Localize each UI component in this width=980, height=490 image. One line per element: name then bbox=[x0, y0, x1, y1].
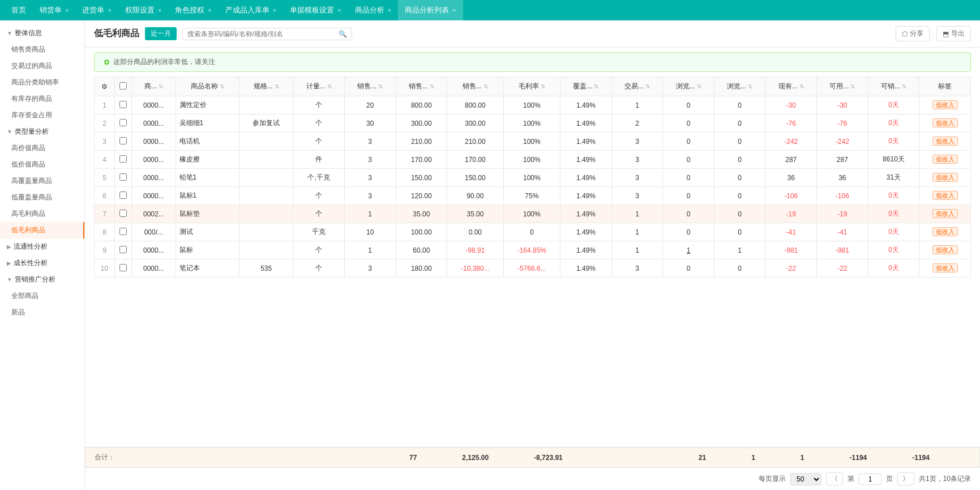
sidebar-item-traded-products[interactable]: 交易过的商品 bbox=[0, 58, 84, 74]
nav-product-analysis[interactable]: 商品分析 × bbox=[348, 0, 398, 20]
sidebar-group-marketing[interactable]: ▼ 营销推广分析 bbox=[0, 271, 84, 288]
nav-product-inbound[interactable]: 产成品入库单 × bbox=[219, 0, 283, 20]
select-all-checkbox[interactable] bbox=[119, 82, 127, 90]
row-code: 0000... bbox=[132, 259, 176, 278]
col-profit[interactable]: 销售...⇅ bbox=[447, 77, 503, 96]
col-code[interactable]: 商...⇅ bbox=[132, 77, 176, 96]
row-name[interactable]: 电话机 bbox=[176, 133, 239, 151]
sidebar-item-stock-capital[interactable]: 库存资金占用 bbox=[0, 107, 84, 123]
row-checkbox[interactable] bbox=[115, 223, 132, 241]
sidebar-item-sales-products[interactable]: 销售类商品 bbox=[0, 41, 84, 58]
sidebar-group-growth[interactable]: ▶ 成长性分析 bbox=[0, 255, 84, 271]
row-views-total[interactable]: 1 bbox=[663, 241, 714, 259]
sidebar-group-flow[interactable]: ▶ 流通性分析 bbox=[0, 238, 84, 255]
row-checkbox[interactable] bbox=[115, 114, 132, 133]
nav-close-icon[interactable]: × bbox=[108, 0, 111, 20]
page-size-select[interactable]: 50 100 bbox=[790, 473, 821, 485]
row-checkbox[interactable] bbox=[115, 241, 132, 259]
nav-close-icon[interactable]: × bbox=[337, 0, 341, 20]
col-avail[interactable]: 可用...⇅ bbox=[817, 77, 868, 96]
col-views-total[interactable]: 浏览...⇅ bbox=[663, 77, 714, 96]
nav-close-icon[interactable]: × bbox=[208, 0, 211, 20]
row-name[interactable]: 测试 bbox=[176, 223, 239, 241]
col-customers[interactable]: 交易...⇅ bbox=[611, 77, 663, 96]
row-tag: 低收入 bbox=[919, 133, 971, 151]
notice-icon: ✿ bbox=[104, 58, 110, 66]
nav-role-auth[interactable]: 角色授权 × bbox=[168, 0, 218, 20]
page-number-input[interactable] bbox=[859, 474, 881, 485]
row-checkbox[interactable] bbox=[115, 133, 132, 151]
export-button[interactable]: ⬒ 导出 bbox=[936, 26, 971, 41]
sidebar-item-high-margin[interactable]: 高毛利商品 bbox=[0, 206, 84, 222]
period-button[interactable]: 近一月 bbox=[145, 27, 177, 40]
row-margin: -164.85% bbox=[503, 241, 560, 259]
data-table-container[interactable]: ⚙ 商...⇅ 商品名称⇅ 规格...⇅ 计量...⇅ bbox=[85, 76, 980, 447]
nav-permission-settings[interactable]: 权限设置 × bbox=[118, 0, 168, 20]
next-page-button[interactable]: 〉 bbox=[897, 472, 914, 485]
nav-purchase-order[interactable]: 进货单 × bbox=[75, 0, 118, 20]
sort-icon: ⇅ bbox=[697, 83, 701, 90]
row-stock: -76 bbox=[765, 114, 817, 133]
row-name[interactable]: 鼠标 bbox=[176, 241, 239, 259]
row-checkbox[interactable] bbox=[115, 96, 132, 114]
nav-close-icon[interactable]: × bbox=[65, 0, 69, 20]
row-checkbox[interactable] bbox=[115, 187, 132, 205]
col-days[interactable]: 可销...⇅ bbox=[868, 77, 919, 96]
row-views-total[interactable]: 0 bbox=[663, 133, 714, 151]
sidebar-group-overall[interactable]: ▼ 整体信息 bbox=[0, 25, 84, 41]
row-views-total[interactable]: 0 bbox=[663, 96, 714, 114]
col-qty[interactable]: 销售...⇅ bbox=[344, 77, 396, 96]
row-views-total[interactable]: 0 bbox=[663, 259, 714, 278]
row-name[interactable]: 笔记本 bbox=[176, 259, 239, 278]
sidebar-item-low-coverage[interactable]: 低覆盖量商品 bbox=[0, 189, 84, 206]
prev-page-button[interactable]: 〈 bbox=[826, 472, 843, 485]
row-views-total[interactable]: 0 bbox=[663, 187, 714, 205]
search-icon[interactable]: 🔍 bbox=[339, 30, 347, 38]
nav-close-icon[interactable]: × bbox=[273, 0, 276, 20]
sidebar-item-low-margin[interactable]: 低毛利商品 bbox=[0, 222, 84, 238]
row-tag: 低收入 bbox=[919, 259, 971, 278]
col-unit[interactable]: 计量...⇅ bbox=[293, 77, 345, 96]
sidebar-item-category-rate[interactable]: 商品分类助销率 bbox=[0, 74, 84, 91]
sidebar-item-in-stock[interactable]: 有库存的商品 bbox=[0, 91, 84, 107]
col-checkbox-all[interactable] bbox=[115, 77, 132, 96]
row-checkbox[interactable] bbox=[115, 205, 132, 223]
row-name[interactable]: 鼠标1 bbox=[176, 187, 239, 205]
col-views-recent[interactable]: 浏览...⇅ bbox=[714, 77, 765, 96]
nav-home[interactable]: 首页 bbox=[5, 0, 33, 20]
nav-template-settings[interactable]: 单据模板设置 × bbox=[283, 0, 348, 20]
row-name[interactable]: 橡皮擦 bbox=[176, 151, 239, 169]
row-checkbox[interactable] bbox=[115, 169, 132, 187]
share-button[interactable]: ⬡ 分享 bbox=[896, 26, 930, 41]
search-input[interactable] bbox=[187, 30, 335, 38]
row-views-total[interactable]: 0 bbox=[663, 151, 714, 169]
row-name[interactable]: 吴细细1 bbox=[176, 114, 239, 133]
row-views-total[interactable]: 0 bbox=[663, 114, 714, 133]
col-amount[interactable]: 销售...⇅ bbox=[396, 77, 447, 96]
nav-close-icon[interactable]: × bbox=[158, 0, 161, 20]
nav-product-analysis-list[interactable]: 商品分析列表 × bbox=[398, 0, 463, 20]
sidebar-item-all-products[interactable]: 全部商品 bbox=[0, 288, 84, 304]
sidebar-item-new-products[interactable]: 新品 bbox=[0, 304, 84, 321]
nav-sales-order[interactable]: 销货单 × bbox=[33, 0, 75, 20]
nav-close-icon[interactable]: × bbox=[452, 0, 456, 20]
sidebar-item-low-value[interactable]: 低价值商品 bbox=[0, 156, 84, 173]
sidebar-item-high-coverage[interactable]: 高覆盖量商品 bbox=[0, 173, 84, 189]
sidebar-item-high-value[interactable]: 高价值商品 bbox=[0, 140, 84, 156]
row-views-total[interactable]: 0 bbox=[663, 205, 714, 223]
col-spec[interactable]: 规格...⇅ bbox=[239, 77, 293, 96]
row-views-total[interactable]: 0 bbox=[663, 169, 714, 187]
row-name[interactable]: 鼠标垫 bbox=[176, 205, 239, 223]
col-coverage[interactable]: 覆盖...⇅ bbox=[560, 77, 612, 96]
row-name[interactable]: 属性定价 bbox=[176, 96, 239, 114]
row-views-total[interactable]: 0 bbox=[663, 223, 714, 241]
nav-close-icon[interactable]: × bbox=[388, 0, 391, 20]
col-stock[interactable]: 现有...⇅ bbox=[765, 77, 817, 96]
row-checkbox[interactable] bbox=[115, 151, 132, 169]
row-checkbox[interactable] bbox=[115, 259, 132, 278]
col-margin[interactable]: 毛利率⇅ bbox=[503, 77, 560, 96]
col-name[interactable]: 商品名称⇅ bbox=[176, 77, 239, 96]
sidebar-group-type-analysis[interactable]: ▼ 类型量分析 bbox=[0, 123, 84, 140]
col-settings[interactable]: ⚙ bbox=[95, 77, 115, 96]
row-name[interactable]: 铅笔1 bbox=[176, 169, 239, 187]
